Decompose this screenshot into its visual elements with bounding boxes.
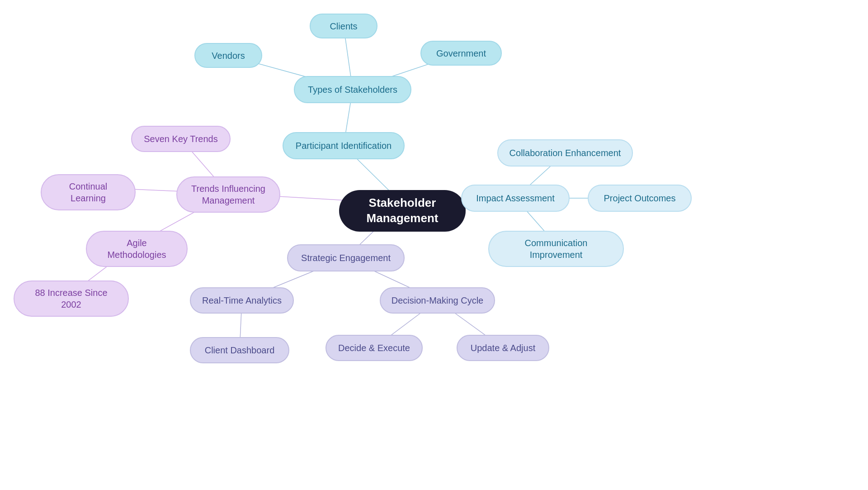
node-label-impact_assessment: Impact Assessment (476, 192, 554, 204)
node-label-increase_since: 88 Increase Since 2002 (24, 287, 118, 310)
mind-map-canvas: Stakeholder ManagementClientsVendorsGove… (0, 0, 868, 490)
node-label-seven_key_trends: Seven Key Trends (144, 133, 217, 145)
node-label-agile_methodologies: Agile Methodologies (97, 237, 177, 261)
node-decide_execute[interactable]: Decide & Execute (326, 335, 423, 361)
node-clients[interactable]: Clients (310, 14, 377, 38)
node-increase_since[interactable]: 88 Increase Since 2002 (14, 281, 129, 317)
node-label-update_adjust: Update & Adjust (471, 342, 535, 354)
node-government[interactable]: Government (420, 41, 502, 66)
node-label-center: Stakeholder Management (349, 195, 456, 226)
node-label-collaboration_enhancement: Collaboration Enhancement (509, 147, 621, 159)
node-label-strategic_engagement: Strategic Engagement (301, 252, 391, 264)
node-label-continual_learning: Continual Learning (52, 181, 125, 204)
node-real_time_analytics[interactable]: Real-Time Analytics (190, 287, 294, 314)
node-client_dashboard[interactable]: Client Dashboard (190, 337, 289, 363)
node-label-client_dashboard: Client Dashboard (205, 344, 275, 356)
node-agile_methodologies[interactable]: Agile Methodologies (86, 231, 188, 267)
node-types_stakeholders[interactable]: Types of Stakeholders (294, 76, 411, 103)
node-label-types_stakeholders: Types of Stakeholders (308, 84, 397, 95)
node-label-government: Government (436, 48, 486, 59)
node-label-vendors: Vendors (212, 50, 245, 62)
node-seven_key_trends[interactable]: Seven Key Trends (131, 126, 231, 152)
node-impact_assessment[interactable]: Impact Assessment (461, 185, 570, 212)
node-label-trends_influencing: Trends InfluencingManagement (191, 183, 265, 206)
node-collaboration_enhancement[interactable]: Collaboration Enhancement (497, 139, 633, 167)
node-participant_identification[interactable]: Participant Identification (283, 132, 405, 159)
node-project_outcomes[interactable]: Project Outcomes (588, 185, 692, 212)
node-communication_improvement[interactable]: Communication Improvement (488, 231, 624, 267)
node-label-communication_improvement: Communication Improvement (499, 237, 613, 261)
node-center[interactable]: Stakeholder Management (339, 190, 466, 232)
node-label-real_time_analytics: Real-Time Analytics (202, 295, 282, 306)
node-trends_influencing[interactable]: Trends InfluencingManagement (176, 176, 280, 213)
node-strategic_engagement[interactable]: Strategic Engagement (287, 244, 405, 271)
node-label-clients: Clients (330, 20, 357, 32)
node-label-project_outcomes: Project Outcomes (604, 192, 676, 204)
node-label-decide_execute: Decide & Execute (338, 342, 410, 354)
node-decision_making_cycle[interactable]: Decision-Making Cycle (380, 287, 495, 314)
node-update_adjust[interactable]: Update & Adjust (457, 335, 549, 361)
node-label-decision_making_cycle: Decision-Making Cycle (392, 295, 483, 306)
node-vendors[interactable]: Vendors (194, 43, 262, 68)
node-continual_learning[interactable]: Continual Learning (41, 174, 136, 210)
node-label-participant_identification: Participant Identification (296, 140, 392, 152)
